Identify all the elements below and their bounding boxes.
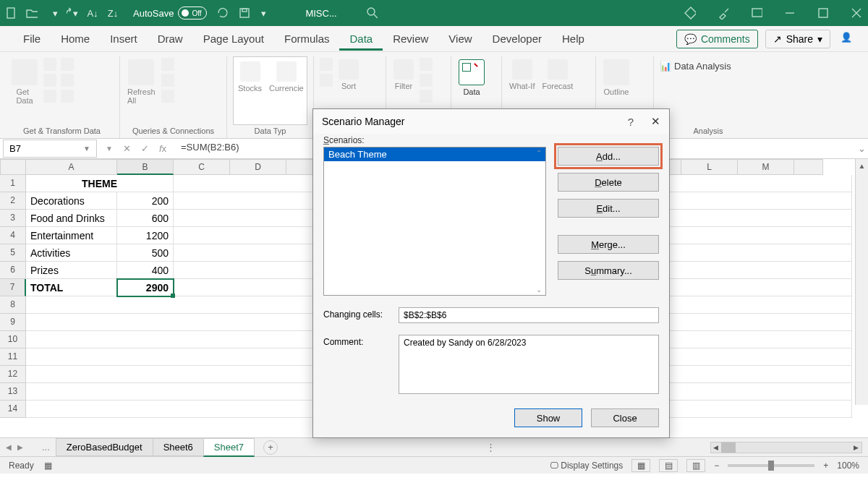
cell[interactable]: 400 <box>117 262 174 279</box>
tab-review[interactable]: Review <box>383 27 438 51</box>
enter-icon[interactable]: ✓ <box>141 143 149 154</box>
open-icon[interactable] <box>26 7 38 19</box>
sheet-prev-icon[interactable]: ◀ <box>6 443 12 451</box>
stocks-button[interactable]: Stocks <box>237 60 263 94</box>
cell[interactable]: THEME <box>26 175 174 192</box>
new-icon[interactable] <box>6 7 17 19</box>
forecast-button[interactable]: Forecast <box>540 58 574 92</box>
refresh-all-button[interactable]: Refresh All <box>126 58 157 106</box>
zoom-in-icon[interactable]: + <box>823 461 828 471</box>
add-button[interactable]: Add... <box>558 147 659 166</box>
summary-button[interactable]: Summary... <box>558 261 659 280</box>
data-analysis-button[interactable]: 📊Data Analysis <box>660 61 731 72</box>
tab-help[interactable]: Help <box>552 27 595 51</box>
tab-developer[interactable]: Developer <box>482 27 552 51</box>
close-icon[interactable]: ✕ <box>651 115 660 128</box>
vertical-scrollbar[interactable]: ▲ <box>855 159 868 405</box>
zoom-slider[interactable] <box>728 464 814 467</box>
cell[interactable]: Prizes <box>26 262 117 279</box>
name-box[interactable]: B7▼ <box>3 140 97 158</box>
group-label: Get & Transform Data <box>10 125 114 138</box>
merge-button[interactable]: Merge... <box>558 235 659 254</box>
sort-asc-icon[interactable]: A↓ <box>87 7 98 19</box>
col-header[interactable]: L <box>681 159 738 175</box>
whatif-button[interactable]: What-If <box>508 58 536 92</box>
save-icon[interactable] <box>239 7 250 19</box>
sort-desc-icon[interactable]: Z↓ <box>107 7 119 19</box>
maximize-icon[interactable] <box>817 7 829 19</box>
get-data-button[interactable]: Get Data <box>10 58 39 106</box>
col-header[interactable]: B <box>117 159 174 175</box>
window-icon[interactable] <box>751 7 762 19</box>
qat-customize-icon[interactable]: ▾ <box>258 7 269 19</box>
sort-button[interactable]: Sort <box>337 58 360 92</box>
help-icon[interactable]: ? <box>628 116 634 128</box>
comments-button[interactable]: 💬 Comments <box>676 30 758 48</box>
view-break-icon[interactable]: ▥ <box>686 459 705 472</box>
sheet-tab[interactable]: Sheet6 <box>153 438 204 456</box>
refresh-icon[interactable] <box>217 7 229 19</box>
col-header[interactable]: D <box>230 159 286 175</box>
sheet-tab-active[interactable]: Sheet7 <box>203 438 255 457</box>
currencies-button[interactable]: Currencie <box>268 60 305 94</box>
active-cell[interactable]: 2900 <box>117 279 174 296</box>
outline-button[interactable]: Outline <box>602 58 631 98</box>
redo-icon[interactable]: ▾ <box>67 7 78 19</box>
cell[interactable]: TOTAL <box>26 279 117 296</box>
col-header[interactable]: A <box>26 159 117 175</box>
display-settings-button[interactable]: 🖵 Display Settings <box>550 461 623 471</box>
chevron-down-icon[interactable]: ▼ <box>106 145 113 153</box>
cell[interactable]: 500 <box>117 244 174 262</box>
select-all-corner[interactable] <box>0 159 26 175</box>
edit-button[interactable]: Edit... <box>558 199 659 218</box>
tab-view[interactable]: View <box>438 27 482 51</box>
expand-icon[interactable]: ⌄ <box>855 139 868 158</box>
close-icon[interactable] <box>851 7 862 19</box>
share-button[interactable]: ↗ Share ▾ <box>765 30 830 48</box>
cell[interactable]: 600 <box>117 210 174 227</box>
search-icon[interactable] <box>366 7 378 19</box>
cell[interactable]: Food and Drinks <box>26 210 117 227</box>
cell[interactable]: Decorations <box>26 192 117 210</box>
zoom-level[interactable]: 100% <box>837 461 859 471</box>
cell[interactable]: 200 <box>117 192 174 210</box>
sheet-next-icon[interactable]: ▶ <box>17 443 23 451</box>
autosave-toggle[interactable]: AutoSave Off <box>133 7 207 20</box>
horizontal-scrollbar[interactable]: ◀▶ <box>710 442 862 453</box>
tab-data[interactable]: Data <box>339 27 383 51</box>
fx-icon[interactable]: fx <box>159 143 166 154</box>
tab-file[interactable]: File <box>13 27 51 51</box>
view-page-icon[interactable]: ▤ <box>659 459 678 472</box>
undo-icon[interactable]: ▾ <box>46 7 58 19</box>
view-normal-icon[interactable]: ▦ <box>631 459 650 472</box>
sheet-overflow[interactable]: ... <box>42 442 50 453</box>
brush-icon[interactable] <box>718 7 729 19</box>
col-header[interactable]: M <box>738 159 794 175</box>
zoom-out-icon[interactable]: − <box>714 461 719 471</box>
list-item[interactable]: Beach Theme <box>324 147 545 161</box>
tab-draw[interactable]: Draw <box>148 27 193 51</box>
cancel-icon[interactable]: ✕ <box>123 143 131 154</box>
tab-page-layout[interactable]: Page Layout <box>193 27 274 51</box>
close-button[interactable]: Close <box>591 408 659 427</box>
filter-button[interactable]: Filter <box>392 58 415 92</box>
tab-formulas[interactable]: Formulas <box>274 27 340 51</box>
tab-insert[interactable]: Insert <box>100 27 148 51</box>
delete-button[interactable]: Delete <box>558 173 659 192</box>
cell[interactable]: Activities <box>26 244 117 262</box>
tab-home[interactable]: Home <box>51 27 100 51</box>
show-button[interactable]: Show <box>514 408 582 427</box>
sheet-split-icon[interactable]: ⋮ <box>486 442 495 453</box>
data-button[interactable]: Data <box>457 58 486 98</box>
ribbon-tabs: File Home Insert Draw Page Layout Formul… <box>0 26 868 52</box>
add-sheet-button[interactable]: + <box>263 440 278 455</box>
cell[interactable]: 1200 <box>117 227 174 244</box>
sheet-tab[interactable]: ZeroBasedBudget <box>56 438 153 456</box>
cell[interactable]: Entertainment <box>26 227 117 244</box>
minimize-icon[interactable] <box>784 7 796 19</box>
diamond-icon[interactable] <box>684 7 696 19</box>
scenarios-listbox[interactable]: Beach Theme ⌃⌄ <box>323 147 546 296</box>
macro-icon[interactable]: ▦ <box>44 461 52 471</box>
col-header[interactable]: C <box>174 159 230 175</box>
account-icon[interactable]: 👤 <box>841 32 855 46</box>
